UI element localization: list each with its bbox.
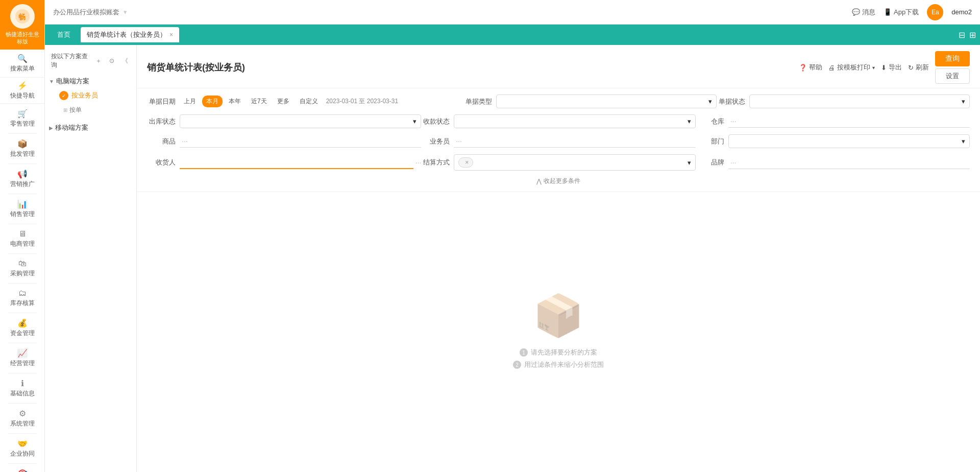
empty-icon: 📦 <box>533 292 584 340</box>
tab-bar: 首页 销货单统计表（按业务员） × ⊟ ⊞ <box>45 25 980 45</box>
sidebar-item-系统管理[interactable]: ⚙系统管理 <box>8 404 37 434</box>
scheme-group-mobile-header[interactable]: ▶ 移动端方案 <box>45 121 136 134</box>
warehouse-input-area[interactable]: ··· <box>728 115 970 128</box>
tab-active[interactable]: 销货单统计表（按业务员） × <box>81 27 179 42</box>
payment-select[interactable]: × ▾ <box>454 154 695 171</box>
collapse-filters-button[interactable]: ⋀ 收起更多条件 <box>147 177 970 185</box>
warehouse-dots[interactable]: ··· <box>730 117 737 125</box>
sidebar-item-批发管理[interactable]: 📦批发管理 <box>8 134 37 164</box>
left-panel-title: 按以下方案查询 <box>51 52 93 69</box>
filter-row-3: 商品 ··· 业务员 ··· 部门 <box>147 134 970 148</box>
department-select[interactable]: ▾ <box>728 134 970 148</box>
brand-dots[interactable]: ··· <box>730 158 737 167</box>
filter-row-4: 收货人 ··· 结算方式 × ▾ <box>147 154 970 171</box>
payment-tag: × <box>458 157 473 168</box>
salesperson-input-area[interactable]: ··· <box>454 135 695 148</box>
sidebar-quick-nav[interactable]: ⚡ 快捷导航 <box>0 78 44 104</box>
export-button[interactable]: ⬇ 导出 <box>881 63 902 72</box>
sidebar-item-企业协同[interactable]: 🤝企业协同 <box>8 434 37 464</box>
filter-payment: 结算方式 × ▾ <box>421 154 695 171</box>
sub-item-icon: ⊞ <box>63 107 67 113</box>
hint-1-text: 请先选择要分析的方案 <box>531 348 597 357</box>
date-custom[interactable]: 自定义 <box>296 96 322 107</box>
filter-date: 单据日期 上月 本月 本年 近7天 更多 自定义 2023-03-01 至 20… <box>147 96 463 107</box>
main-area: 办公用品行业模拟账套 ▾ 💬 消息 📱 App下载 Ea demo2 首页 销货… <box>45 0 980 472</box>
scheme-item-by-salesperson[interactable]: ✓ 按业务员 <box>45 88 136 103</box>
sidebar-item-库存核算[interactable]: 🗂库存核算 <box>8 284 37 313</box>
sidebar-search-item[interactable]: 🔍 搜索菜单 <box>0 50 44 78</box>
filter-salesperson: 业务员 ··· <box>421 135 695 148</box>
date-7days[interactable]: 近7天 <box>247 96 271 107</box>
filter-warehouse: 仓库 ··· <box>696 115 970 128</box>
doc-status-select[interactable]: ▾ <box>749 95 970 108</box>
refresh-button[interactable]: ↻ 刷新 <box>908 63 929 72</box>
consignee-dots[interactable]: ··· <box>415 158 422 167</box>
sidebar-item-经营管理[interactable]: 📈经营管理 <box>8 343 37 373</box>
message-button[interactable]: 💬 消息 <box>852 8 875 17</box>
sidebar-item-营销推广[interactable]: 📢营销推广 <box>8 164 37 194</box>
tab-close-button[interactable]: × <box>169 31 173 38</box>
quick-nav-label: 快捷导航 <box>0 91 44 100</box>
sidebar-item-资金管理[interactable]: 💰资金管理 <box>8 313 37 343</box>
refresh-label: 刷新 <box>916 63 929 72</box>
sidebar-item-采购管理[interactable]: 🛍采购管理 <box>8 254 37 284</box>
scheme-group-desktop-header[interactable]: ▼ 电脑端方案 <box>45 75 136 88</box>
query-button[interactable]: 查询 <box>935 51 970 66</box>
brand-input-area[interactable]: ··· <box>728 156 970 169</box>
filter-brand: 品牌 ··· <box>696 156 970 169</box>
consignee-input[interactable] <box>180 156 413 169</box>
settings-button[interactable]: 设置 <box>935 68 970 84</box>
date-more[interactable]: 更多 <box>273 96 293 107</box>
tab-minimize-button[interactable]: ⊟ <box>959 30 965 40</box>
receipt-status-select[interactable]: ▾ <box>454 114 695 128</box>
left-panel-header: 按以下方案查询 ＋ ⊙ 《 <box>45 49 136 73</box>
scheme-salesperson-label: 按业务员 <box>71 91 98 100</box>
export-label: 导出 <box>889 63 902 72</box>
collapse-panel-button[interactable]: 《 <box>120 56 130 66</box>
sidebar-item-电商管理[interactable]: 🖥电商管理 <box>8 224 37 254</box>
sidebar-item-销售管理[interactable]: 📊销售管理 <box>8 194 37 224</box>
sidebar-item-零售管理[interactable]: 🛒零售管理 <box>8 104 37 134</box>
help-button[interactable]: ❓ 帮助 <box>799 63 822 72</box>
svg-text:畅: 畅 <box>18 13 26 21</box>
content-area: 按以下方案查询 ＋ ⊙ 《 ▼ 电脑端方案 ✓ 按业务员 ⊞ 按单 <box>45 45 980 472</box>
doc-type-select[interactable]: ▾ <box>496 95 717 108</box>
product-input-area[interactable]: ··· <box>180 135 421 148</box>
tab-home[interactable]: 首页 <box>49 27 79 42</box>
filter-out-status: 出库状态 ▾ <box>147 114 421 128</box>
sidebar-item-新手引导[interactable]: 🎯新手引导 <box>8 464 37 472</box>
avatar[interactable]: Ea <box>927 4 943 20</box>
department-arrow: ▾ <box>962 137 965 145</box>
date-this-month[interactable]: 本月 <box>202 96 223 107</box>
sidebar: 畅 畅捷通好生意标版 🔍 搜索菜单 ⚡ 快捷导航 🛒零售管理📦批发管理📢营销推广… <box>0 0 45 472</box>
logo-area[interactable]: 畅 畅捷通好生意标版 <box>0 0 44 50</box>
add-scheme-button[interactable]: ＋ <box>93 56 104 66</box>
salesperson-label: 业务员 <box>421 137 450 146</box>
product-dots[interactable]: ··· <box>182 137 188 145</box>
triangle-icon-mobile: ▶ <box>49 125 53 131</box>
scheme-sub-item-by-order[interactable]: ⊞ 按单 <box>45 103 136 117</box>
empty-state: 📦 1 请先选择要分析的方案 2 用过滤条件来缩小分析范围 <box>137 192 980 472</box>
print-arrow: ▾ <box>872 65 875 70</box>
doc-type-label: 单据类型 <box>463 97 492 106</box>
sidebar-item-基础信息[interactable]: ℹ基础信息 <box>8 373 37 404</box>
receipt-status-label: 收款状态 <box>421 117 450 126</box>
app-download-button[interactable]: 📱 App下载 <box>884 8 919 17</box>
collapse-icon: ⋀ <box>536 178 542 185</box>
salesperson-dots[interactable]: ··· <box>456 137 462 145</box>
scheme-order-label: 按单 <box>69 106 82 114</box>
date-this-year[interactable]: 本年 <box>225 96 245 107</box>
payment-tag-close[interactable]: × <box>465 159 469 166</box>
date-filter-group: 上月 本月 本年 近7天 更多 自定义 2023-03-01 至 2023-03… <box>180 96 463 107</box>
edit-scheme-button[interactable]: ⊙ <box>107 56 117 66</box>
scheme-group-desktop: ▼ 电脑端方案 ✓ 按业务员 ⊞ 按单 <box>45 73 136 119</box>
print-button[interactable]: 🖨 按模板打印 ▾ <box>828 63 875 72</box>
tab-maximize-button[interactable]: ⊞ <box>969 30 976 40</box>
collapse-label: 收起更多条件 <box>544 177 580 185</box>
date-last-month[interactable]: 上月 <box>180 96 200 107</box>
filter-department: 部门 ▾ <box>696 134 970 148</box>
header-left: 办公用品行业模拟账套 ▾ <box>53 8 127 17</box>
left-panel-actions: ＋ ⊙ 《 <box>93 56 130 66</box>
out-status-select[interactable]: ▾ <box>180 114 421 128</box>
department-label: 部门 <box>696 137 724 146</box>
